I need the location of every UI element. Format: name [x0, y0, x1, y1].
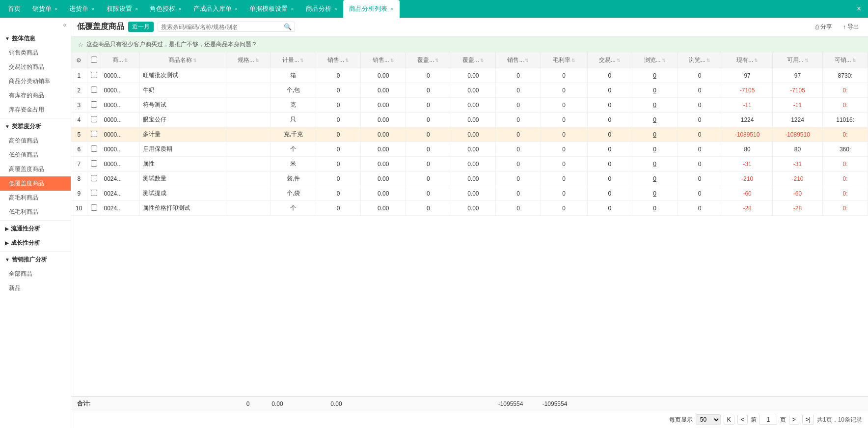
close-icon[interactable]: × — [135, 6, 138, 12]
gross-rate-column-header[interactable]: 毛利率⇅ — [541, 53, 587, 68]
row-cover1: 0 — [406, 98, 451, 113]
sales-amount-column-header[interactable]: 销售...⇅ — [361, 53, 406, 68]
code-column-header[interactable]: 商...⇅ — [101, 53, 140, 68]
row-checkbox[interactable] — [87, 113, 101, 127]
cover2-column-header[interactable]: 覆盖...⇅ — [451, 53, 496, 68]
sidebar-item-new-products[interactable]: 新品 — [0, 281, 71, 295]
settings-column-header[interactable]: ⚙ — [71, 53, 87, 68]
row-available-stock: 1224 — [772, 113, 822, 127]
row-browse1[interactable]: 0 — [632, 113, 678, 127]
close-all-tabs-button[interactable]: × — [852, 4, 866, 13]
checkbox-column-header[interactable] — [87, 53, 101, 68]
sidebar-item-in-stock-products[interactable]: 有库存的商品 — [0, 88, 71, 103]
sidebar-item-all-products[interactable]: 全部商品 — [0, 267, 71, 281]
first-page-button[interactable]: K — [724, 415, 734, 425]
sidebar-collapse-button[interactable]: « — [0, 18, 71, 31]
row-browse1[interactable]: 0 — [632, 171, 678, 186]
period-button[interactable]: 近一月 — [128, 22, 154, 32]
row-checkbox[interactable] — [87, 186, 101, 201]
tab-permissions[interactable]: 权限设置 × — [101, 0, 144, 18]
page-number-input[interactable] — [760, 415, 777, 425]
row-checkbox[interactable] — [87, 127, 101, 142]
info-icon: ☆ — [78, 41, 83, 48]
sidebar-item-category-turnover[interactable]: 商品分类动销率 — [0, 74, 71, 88]
row-browse1[interactable]: 0 — [632, 98, 678, 113]
sidebar-item-high-coverage[interactable]: 高覆盖度商品 — [0, 162, 71, 176]
close-icon[interactable]: × — [91, 6, 94, 12]
row-checkbox[interactable] — [87, 171, 101, 186]
tab-product-analysis[interactable]: 商品分析 × — [300, 0, 343, 18]
tab-sales-order[interactable]: 销货单 × — [27, 0, 63, 18]
row-browse1[interactable]: 0 — [632, 127, 678, 142]
search-icon[interactable]: 🔍 — [284, 23, 292, 30]
tab-role-auth[interactable]: 角色授权 × — [144, 0, 187, 18]
tab-product-inbound[interactable]: 产成品入库单 × — [188, 0, 244, 18]
tab-purchase-order[interactable]: 进货单 × — [63, 0, 100, 18]
sidebar-item-high-margin[interactable]: 高毛利商品 — [0, 191, 71, 205]
row-checkbox[interactable] — [87, 83, 101, 98]
unit-column-header[interactable]: 计量...⇅ — [271, 53, 316, 68]
trade-column-header[interactable]: 交易...⇅ — [587, 53, 632, 68]
tab-home[interactable]: 首页 — [2, 0, 27, 18]
sales3-column-header[interactable]: 销售...⇅ — [496, 53, 541, 68]
row-num: 10 — [71, 201, 87, 216]
saleable-column-header[interactable]: 可销...⇅ — [823, 53, 868, 68]
row-browse1[interactable]: 0 — [632, 83, 678, 98]
page-size-select[interactable]: 50 20 100 — [696, 414, 721, 425]
sidebar-group-circulation[interactable]: ▶ 流通性分析 — [0, 222, 71, 236]
available-stock-column-header[interactable]: 可用...⇅ — [772, 53, 822, 68]
row-browse1[interactable]: 0 — [632, 68, 678, 83]
row-spec — [226, 127, 271, 142]
close-icon[interactable]: × — [291, 6, 294, 12]
sidebar-item-traded-products[interactable]: 交易过的商品 — [0, 60, 71, 74]
total-available-stock: -1095554 — [533, 400, 577, 407]
sidebar-group-marketing[interactable]: ▼ 营销推广分析 — [0, 253, 71, 267]
name-column-header[interactable]: 商品名称⇅ — [140, 53, 226, 68]
row-browse1[interactable]: 0 — [632, 157, 678, 171]
sidebar-item-low-coverage[interactable]: 低覆盖度商品 — [0, 176, 71, 191]
row-cover1: 0 — [406, 157, 451, 171]
sidebar-item-low-margin[interactable]: 低毛利商品 — [0, 205, 71, 219]
row-checkbox[interactable] — [87, 142, 101, 157]
close-icon[interactable]: × — [235, 6, 238, 12]
spec-column-header[interactable]: 规格...⇅ — [226, 53, 271, 68]
row-checkbox[interactable] — [87, 68, 101, 83]
row-cover2: 0.00 — [451, 142, 496, 157]
prev-page-button[interactable]: < — [737, 415, 748, 425]
sidebar-group-overall[interactable]: ▼ 整体信息 — [0, 31, 71, 46]
cover1-column-header[interactable]: 覆盖...⇅ — [406, 53, 451, 68]
row-browse1[interactable]: 0 — [632, 201, 678, 216]
browse2-column-header[interactable]: 浏览...⇅ — [677, 53, 722, 68]
last-page-button[interactable]: >| — [802, 415, 814, 425]
row-checkbox[interactable] — [87, 98, 101, 113]
sidebar-item-low-value[interactable]: 低价值商品 — [0, 148, 71, 162]
current-stock-column-header[interactable]: 现有...⇅ — [722, 53, 772, 68]
export-button[interactable]: ↑ 导出 — [840, 22, 862, 32]
sidebar-group-cluster[interactable]: ▼ 类群度分析 — [0, 119, 71, 134]
sidebar-group-growth[interactable]: ▶ 成长性分析 — [0, 236, 71, 250]
sidebar-item-high-value[interactable]: 高价值商品 — [0, 134, 71, 148]
row-browse1[interactable]: 0 — [632, 186, 678, 201]
row-checkbox[interactable] — [87, 157, 101, 171]
close-icon[interactable]: × — [334, 6, 337, 12]
row-unit: 米 — [271, 157, 316, 171]
search-input[interactable] — [161, 24, 284, 30]
next-page-button[interactable]: > — [789, 415, 799, 425]
close-icon[interactable]: × — [390, 6, 393, 12]
row-browse1[interactable]: 0 — [632, 142, 678, 157]
select-all-checkbox[interactable] — [91, 57, 97, 63]
tab-template-settings[interactable]: 单据模板设置 × — [244, 0, 299, 18]
sidebar-item-stock-capital[interactable]: 库存资金占用 — [0, 103, 71, 117]
row-num: 4 — [71, 113, 87, 127]
browse1-column-header[interactable]: 浏览...⇅ — [632, 53, 678, 68]
share-button[interactable]: ⎙ 分享 — [813, 22, 835, 32]
row-checkbox[interactable] — [87, 201, 101, 216]
sales-qty-column-header[interactable]: 销售...⇅ — [316, 53, 361, 68]
tab-product-analysis-list[interactable]: 商品分析列表 × — [343, 0, 399, 18]
close-icon[interactable]: × — [178, 6, 181, 12]
row-unit: 箱 — [271, 68, 316, 83]
close-icon[interactable]: × — [54, 6, 57, 12]
row-available-stock: -1089510 — [772, 127, 822, 142]
sidebar-item-sales-products[interactable]: 销售类商品 — [0, 46, 71, 60]
row-spec — [226, 186, 271, 201]
